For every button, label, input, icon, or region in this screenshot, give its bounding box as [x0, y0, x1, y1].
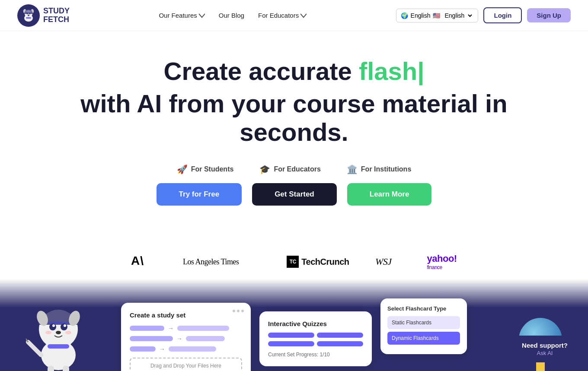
dynamic-flashcards-option[interactable]: Dynamic Flashcards — [387, 332, 460, 345]
rocket-icon: 🚀 — [177, 164, 188, 174]
svg-point-28 — [65, 331, 71, 334]
dog-mascot — [26, 286, 91, 371]
svg-point-29 — [56, 331, 61, 334]
language-dropdown[interactable]: English Spanish French — [443, 12, 473, 19]
graduation-icon: 🎓 — [259, 164, 270, 174]
svg-point-24 — [61, 323, 67, 330]
study-set-card: Create a study set → → → Drag — [121, 303, 251, 371]
hero-section: Create accurate flash| with AI from your… — [0, 31, 588, 240]
svg-text:Los Angeles Times: Los Angeles Times — [183, 257, 239, 266]
static-flashcards-option[interactable]: Static Flashcards — [387, 316, 460, 329]
support-line1: Need support? — [518, 342, 572, 349]
tab-institutions[interactable]: 🏛️ For Institutions — [347, 164, 411, 174]
svg-rect-17 — [63, 366, 69, 371]
tab-educators[interactable]: 🎓 For Educators — [259, 164, 320, 174]
tab-students-label: For Students — [191, 165, 234, 173]
svg-rect-10 — [26, 17, 31, 19]
signup-button[interactable]: Sign Up — [527, 8, 571, 22]
nav-educators[interactable]: For Educators — [258, 12, 307, 19]
logo[interactable]: STUDY FETCH — [17, 4, 70, 27]
support-chat-widget[interactable]: Need support? Ask AI — [510, 336, 579, 362]
techcrunch-logo: TC TechCrunch — [287, 256, 349, 268]
svg-point-23 — [49, 323, 56, 330]
demo-cards: Create a study set → → → Drag — [121, 294, 467, 371]
login-button[interactable]: Login — [483, 7, 522, 23]
logo-text: STUDY FETCH — [43, 7, 70, 24]
logo-mascot-svg — [20, 7, 37, 24]
logo-icon — [17, 4, 40, 27]
audience-tabs: 🚀 For Students 🎓 For Educators 🏛️ For In… — [17, 164, 571, 174]
svg-line-19 — [26, 333, 28, 342]
quiz-bars — [268, 333, 363, 346]
language-selector[interactable]: 🌍 English 🇺🇸 English Spanish French — [396, 9, 479, 22]
flashcard-card-title: Select Flashcard Type — [387, 305, 460, 312]
drag-drop-area[interactable]: Drag and Drop Your Files Here — [130, 358, 242, 371]
svg-point-27 — [45, 331, 51, 334]
navbar: STUDY FETCH Our Features Our Blog For Ed… — [0, 0, 588, 31]
svg-rect-11 — [24, 13, 33, 14]
illustration-section: Create a study set → → → Drag — [0, 279, 588, 371]
support-line2: Ask AI — [518, 350, 572, 356]
flashcard-type-card: Select Flashcard Type Static Flashcards … — [380, 298, 467, 354]
tab-educators-label: For Educators — [274, 165, 320, 173]
card-content-rows: → → → — [130, 325, 242, 352]
nav-right: 🌍 English 🇺🇸 English Spanish French Logi… — [396, 7, 571, 23]
institution-icon: 🏛️ — [347, 164, 358, 174]
svg-rect-30 — [48, 344, 69, 349]
hero-title-line1: Create accurate flash| — [17, 57, 571, 86]
svg-line-18 — [28, 342, 41, 355]
quiz-progress: Current Set Progress: 1/10 — [268, 352, 363, 358]
tab-institutions-label: For Institutions — [361, 165, 411, 173]
nav-links: Our Features Our Blog For Educators — [159, 12, 307, 19]
wsj-logo: WSJ — [375, 254, 401, 270]
nav-features[interactable]: Our Features — [159, 12, 205, 19]
svg-point-9 — [28, 14, 29, 15]
yahoo-finance-logo: yahoo! finance — [427, 253, 457, 270]
lat-logo: Los Angeles Times — [183, 254, 261, 270]
svg-point-25 — [52, 324, 55, 327]
anthropic-logo: A\ — [131, 254, 157, 270]
press-logos-row: A\ Los Angeles Times TC TechCrunch WSJ y… — [0, 240, 588, 279]
hero-title-line2: with AI from your course material in — [17, 89, 571, 118]
quiz-card: Interactive Quizzes Current Set Progress… — [259, 311, 372, 366]
svg-text:WSJ: WSJ — [375, 256, 392, 267]
svg-rect-16 — [48, 366, 54, 371]
tc-icon: TC — [287, 256, 299, 268]
card-menu-dots — [233, 310, 244, 312]
svg-text:A\: A\ — [131, 254, 144, 267]
svg-point-26 — [64, 324, 66, 327]
nav-blog[interactable]: Our Blog — [219, 12, 244, 19]
tab-students[interactable]: 🚀 For Students — [177, 164, 234, 174]
hero-title-line3: seconds. — [17, 118, 571, 147]
learn-more-button[interactable]: Learn More — [347, 183, 432, 206]
quiz-card-title: Interactive Quizzes — [268, 320, 363, 327]
get-started-button[interactable]: Get Started — [252, 183, 337, 206]
cta-buttons: Try for Free Get Started Learn More — [17, 183, 571, 206]
study-card-title: Create a study set — [130, 311, 242, 319]
try-free-button[interactable]: Try for Free — [157, 183, 242, 206]
